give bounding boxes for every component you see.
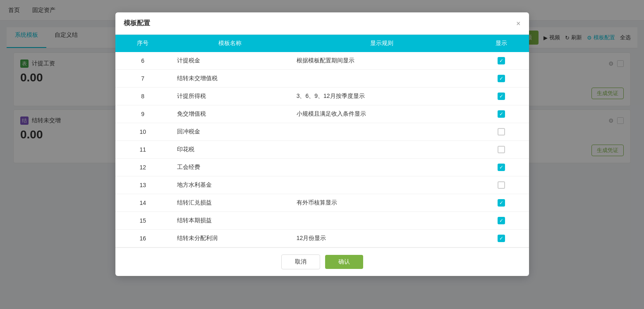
cell-seq: 8: [115, 88, 170, 105]
cell-name: 工会经费: [170, 159, 290, 176]
checkbox-16[interactable]: [498, 235, 505, 242]
cell-display[interactable]: [474, 212, 529, 230]
table-row: 13地方水利基金: [115, 176, 529, 194]
col-display: 显示: [474, 35, 529, 52]
checkbox-wrapper[interactable]: [480, 57, 522, 64]
config-table: 序号 模板名称 显示规则 显示 6计提税金根据模板配置期间显示7结转未交增值税8…: [115, 35, 529, 247]
checkbox-wrapper[interactable]: [480, 75, 522, 82]
table-row: 9免交增值税小规模且满足收入条件显示: [115, 105, 529, 123]
modal-template-config: 模板配置 × 序号 模板名称 显示规则 显示 6计提税金根据模板配置期间显: [115, 12, 529, 276]
cancel-button[interactable]: 取消: [281, 254, 320, 269]
table-body: 6计提税金根据模板配置期间显示7结转未交增值税8计提所得税3、6、9、12月按季…: [115, 52, 529, 247]
modal-overlay: 模板配置 × 序号 模板名称 显示规则 显示 6计提税金根据模板配置期间显: [0, 0, 644, 309]
cell-seq: 16: [115, 230, 170, 247]
checkbox-wrapper[interactable]: [480, 217, 522, 224]
table-wrapper[interactable]: 序号 模板名称 显示规则 显示 6计提税金根据模板配置期间显示7结转未交增值税8…: [115, 35, 529, 247]
cell-rule: 根据模板配置期间显示: [290, 52, 474, 70]
checkbox-13[interactable]: [498, 181, 505, 189]
cell-name: 计提所得税: [170, 88, 290, 105]
cell-display[interactable]: [474, 88, 529, 105]
cell-display[interactable]: [474, 52, 529, 70]
cell-name: 结转未交增值税: [170, 70, 290, 88]
cell-seq: 12: [115, 159, 170, 176]
checkbox-8[interactable]: [498, 93, 505, 100]
cell-display[interactable]: [474, 70, 529, 88]
cell-rule: 3、6、9、12月按季度显示: [290, 88, 474, 105]
checkbox-9[interactable]: [498, 110, 505, 118]
cell-rule: [290, 176, 474, 194]
table-row: 6计提税金根据模板配置期间显示: [115, 52, 529, 70]
confirm-button[interactable]: 确认: [325, 255, 363, 269]
cell-display[interactable]: [474, 141, 529, 159]
cell-display[interactable]: [474, 105, 529, 123]
cell-rule: 小规模且满足收入条件显示: [290, 105, 474, 123]
table-row: 12工会经费: [115, 159, 529, 176]
cell-rule: [290, 212, 474, 230]
col-seq: 序号: [115, 35, 170, 52]
cell-display[interactable]: [474, 230, 529, 247]
modal-header: 模板配置 ×: [115, 12, 529, 35]
checkbox-10[interactable]: [498, 128, 505, 135]
modal-close-button[interactable]: ×: [516, 20, 521, 27]
cell-name: 免交增值税: [170, 105, 290, 123]
table-row: 10回冲税金: [115, 123, 529, 141]
cell-name: 结转本期损益: [170, 212, 290, 230]
cell-seq: 11: [115, 141, 170, 159]
cell-seq: 14: [115, 194, 170, 212]
col-name: 模板名称: [170, 35, 290, 52]
table-header-row: 序号 模板名称 显示规则 显示: [115, 35, 529, 52]
cell-seq: 9: [115, 105, 170, 123]
checkbox-12[interactable]: [498, 164, 505, 171]
checkbox-wrapper[interactable]: [480, 164, 522, 171]
table-row: 11印花税: [115, 141, 529, 159]
cell-display[interactable]: [474, 159, 529, 176]
checkbox-wrapper[interactable]: [480, 181, 522, 189]
cell-name: 结转未分配利润: [170, 230, 290, 247]
table-row: 16结转未分配利润12月份显示: [115, 230, 529, 247]
cell-seq: 7: [115, 70, 170, 88]
checkbox-wrapper[interactable]: [480, 93, 522, 100]
cell-rule: [290, 159, 474, 176]
checkbox-wrapper[interactable]: [480, 128, 522, 135]
checkbox-6[interactable]: [498, 57, 505, 64]
cell-seq: 6: [115, 52, 170, 70]
cell-display[interactable]: [474, 194, 529, 212]
table-row: 8计提所得税3、6、9、12月按季度显示: [115, 88, 529, 105]
cell-seq: 13: [115, 176, 170, 194]
cell-rule: [290, 70, 474, 88]
table-row: 15结转本期损益: [115, 212, 529, 230]
cell-name: 结转汇兑损益: [170, 194, 290, 212]
modal-body: 序号 模板名称 显示规则 显示 6计提税金根据模板配置期间显示7结转未交增值税8…: [115, 35, 529, 247]
checkbox-11[interactable]: [498, 146, 505, 153]
checkbox-14[interactable]: [498, 199, 505, 207]
cell-rule: 有外币核算显示: [290, 194, 474, 212]
checkbox-7[interactable]: [498, 75, 505, 82]
cell-rule: 12月份显示: [290, 230, 474, 247]
cell-display[interactable]: [474, 176, 529, 194]
checkbox-wrapper[interactable]: [480, 110, 522, 118]
cell-name: 印花税: [170, 141, 290, 159]
cell-seq: 15: [115, 212, 170, 230]
cell-rule: [290, 141, 474, 159]
cell-display[interactable]: [474, 123, 529, 141]
checkbox-wrapper[interactable]: [480, 235, 522, 242]
checkbox-15[interactable]: [498, 217, 505, 224]
cell-name: 计提税金: [170, 52, 290, 70]
checkbox-wrapper[interactable]: [480, 146, 522, 153]
cell-name: 回冲税金: [170, 123, 290, 141]
cell-seq: 10: [115, 123, 170, 141]
table-row: 14结转汇兑损益有外币核算显示: [115, 194, 529, 212]
cell-rule: [290, 123, 474, 141]
modal-footer: 取消 确认: [115, 247, 529, 276]
col-rule: 显示规则: [290, 35, 474, 52]
table-row: 7结转未交增值税: [115, 70, 529, 88]
checkbox-wrapper[interactable]: [480, 199, 522, 207]
modal-title: 模板配置: [124, 19, 150, 28]
cell-name: 地方水利基金: [170, 176, 290, 194]
